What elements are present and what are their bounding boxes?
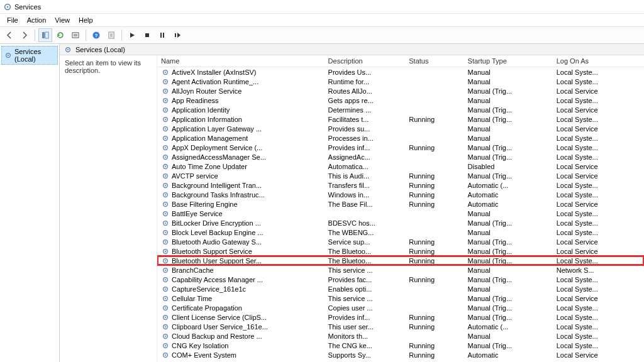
content-header-label: Services (Local) xyxy=(75,46,125,53)
table-row[interactable]: Clipboard User Service_161e...This user … xyxy=(157,322,644,331)
table-row[interactable]: CaptureService_161e1cEnables opti...Manu… xyxy=(157,284,644,293)
table-row[interactable]: Cloud Backup and Restore ...Monitors th.… xyxy=(157,331,644,341)
cell-status xyxy=(405,293,464,303)
show-hide-tree-button[interactable] xyxy=(38,28,52,42)
table-row[interactable]: BranchCacheThis service ...ManualNetwork… xyxy=(157,265,644,275)
gear-icon xyxy=(161,238,169,246)
cell-description: Automatica... xyxy=(325,162,406,171)
table-row[interactable]: Base Filtering EngineThe Base Fil...Runn… xyxy=(157,199,644,209)
content-pane: Services (Local) Select an item to view … xyxy=(60,44,644,362)
table-row[interactable]: App ReadinessGets apps re...ManualLocal … xyxy=(157,96,644,105)
table-row[interactable]: Application IdentityDetermines ...Manual… xyxy=(157,105,644,114)
table-row[interactable]: Bluetooth Audio Gateway S...Service sup.… xyxy=(157,237,644,246)
help-button[interactable]: ? xyxy=(89,28,103,42)
cell-description: Runtime for... xyxy=(325,77,406,86)
tree-node-services-local[interactable]: Services (Local) xyxy=(1,46,58,65)
table-row[interactable]: Block Level Backup Engine ...The WBENG..… xyxy=(157,228,644,237)
cell-description: Facilitates t... xyxy=(325,114,406,124)
cell-description: BDESVC hos... xyxy=(325,218,406,228)
cell-name: AllJoyn Router Service xyxy=(157,86,325,96)
column-header-startup[interactable]: Startup Type xyxy=(464,55,553,67)
cell-description: Copies user ... xyxy=(325,303,406,312)
table-row[interactable]: Application InformationFacilitates t...R… xyxy=(157,114,644,124)
cell-name: Cellular Time xyxy=(157,293,325,303)
column-header-description[interactable]: Description xyxy=(325,55,406,67)
table-row[interactable]: ActiveX Installer (AxInstSV)Provides Us.… xyxy=(157,67,644,77)
table-row[interactable]: COM+ System ApplicationManages th...Manu… xyxy=(157,359,644,362)
restart-service-button[interactable] xyxy=(170,28,184,42)
table-row[interactable]: Background Intelligent Tran...Transfers … xyxy=(157,180,644,190)
content-header: Services (Local) xyxy=(60,44,644,55)
table-row[interactable]: Capability Access Manager ...Provides fa… xyxy=(157,275,644,284)
service-name-text: Application Management xyxy=(172,134,248,142)
forward-button[interactable] xyxy=(18,28,31,42)
svg-point-27 xyxy=(164,118,165,119)
table-row[interactable]: Application ManagementProcesses in...Man… xyxy=(157,133,644,143)
table-row[interactable]: COM+ Event SystemSupports Sy...RunningAu… xyxy=(157,350,644,359)
cell-startup: Manual (Trig... xyxy=(464,86,553,96)
start-service-button[interactable] xyxy=(125,28,139,42)
cell-startup: Manual xyxy=(464,209,553,218)
table-row[interactable]: BattlEye ServiceManualLocal Syste... xyxy=(157,209,644,218)
cell-description: The Base Fil... xyxy=(325,199,406,209)
pause-service-button[interactable] xyxy=(155,28,169,42)
cell-name: Auto Time Zone Updater xyxy=(157,162,325,171)
table-row[interactable]: Auto Time Zone UpdaterAutomatica...Disab… xyxy=(157,162,644,171)
service-name-text: Bluetooth User Support Ser... xyxy=(172,257,262,265)
stop-service-button[interactable] xyxy=(140,28,154,42)
cell-startup: Manual xyxy=(464,77,553,86)
table-row[interactable]: Background Tasks Infrastruc...Windows in… xyxy=(157,190,644,199)
cell-startup: Manual (Trig... xyxy=(464,105,553,114)
column-header-status[interactable]: Status xyxy=(405,55,464,67)
menu-action[interactable]: Action xyxy=(23,15,51,25)
cell-status xyxy=(405,96,464,105)
table-row[interactable]: CNG Key IsolationThe CNG ke...RunningMan… xyxy=(157,341,644,350)
column-header-logon[interactable]: Log On As xyxy=(553,55,644,67)
table-row[interactable]: AllJoyn Router ServiceRoutes AllJo...Man… xyxy=(157,86,644,96)
cell-description: This user ser... xyxy=(325,322,406,331)
menu-help[interactable]: Help xyxy=(74,15,97,25)
gear-icon xyxy=(161,313,169,321)
table-row[interactable]: Bluetooth User Support Ser...The Bluetoo… xyxy=(157,256,644,265)
table-row[interactable]: AVCTP serviceThis is Audi...RunningManua… xyxy=(157,171,644,180)
gear-icon xyxy=(161,143,169,151)
cell-logon: Network S... xyxy=(553,265,644,275)
table-row[interactable]: Application Layer Gateway ...Provides su… xyxy=(157,124,644,133)
table-row[interactable]: AssignedAccessManager Se...AssignedAc...… xyxy=(157,152,644,162)
cell-status: Running xyxy=(405,180,464,190)
table-row[interactable]: AppX Deployment Service (...Provides inf… xyxy=(157,143,644,152)
gear-icon xyxy=(161,247,169,255)
properties-button[interactable] xyxy=(104,28,118,42)
table-row[interactable]: Agent Activation Runtime_...Runtime for.… xyxy=(157,77,644,86)
services-list-pane[interactable]: Name Description Status Startup Type Log… xyxy=(157,55,644,362)
gear-icon xyxy=(161,190,169,199)
refresh-button[interactable] xyxy=(53,28,67,42)
gear-icon xyxy=(161,332,169,340)
svg-point-15 xyxy=(67,48,68,50)
cell-logon: Local Service xyxy=(553,105,644,114)
service-name-text: Certificate Propagation xyxy=(172,304,242,312)
cell-status: Running xyxy=(405,237,464,246)
cell-name: Cloud Backup and Restore ... xyxy=(157,331,325,341)
svg-point-43 xyxy=(164,194,165,195)
column-header-name[interactable]: Name xyxy=(157,55,325,67)
service-name-text: COM+ Event System xyxy=(172,351,236,359)
back-button[interactable] xyxy=(3,28,16,42)
service-name-text: CNG Key Isolation xyxy=(172,342,228,349)
table-row[interactable]: Cellular TimeThis service ...Manual (Tri… xyxy=(157,293,644,303)
service-name-text: AVCTP service xyxy=(172,172,218,180)
svg-point-17 xyxy=(164,71,165,72)
table-row[interactable]: Client License Service (ClipS...Provides… xyxy=(157,312,644,322)
service-name-text: ActiveX Installer (AxInstSV) xyxy=(172,69,257,76)
menu-file[interactable]: File xyxy=(3,15,23,25)
gear-icon xyxy=(161,285,169,293)
cell-logon: Local Syste... xyxy=(553,228,644,237)
svg-rect-11 xyxy=(175,33,176,37)
table-row[interactable]: Bluetooth Support ServiceThe Bluetoo...R… xyxy=(157,246,644,256)
service-name-text: AllJoyn Router Service xyxy=(172,87,242,95)
table-row[interactable]: BitLocker Drive Encryption ...BDESVC hos… xyxy=(157,218,644,228)
menubar: File Action View Help xyxy=(0,14,644,26)
export-list-button[interactable] xyxy=(69,28,82,42)
menu-view[interactable]: View xyxy=(50,15,74,25)
table-row[interactable]: Certificate PropagationCopies user ...Ma… xyxy=(157,303,644,312)
